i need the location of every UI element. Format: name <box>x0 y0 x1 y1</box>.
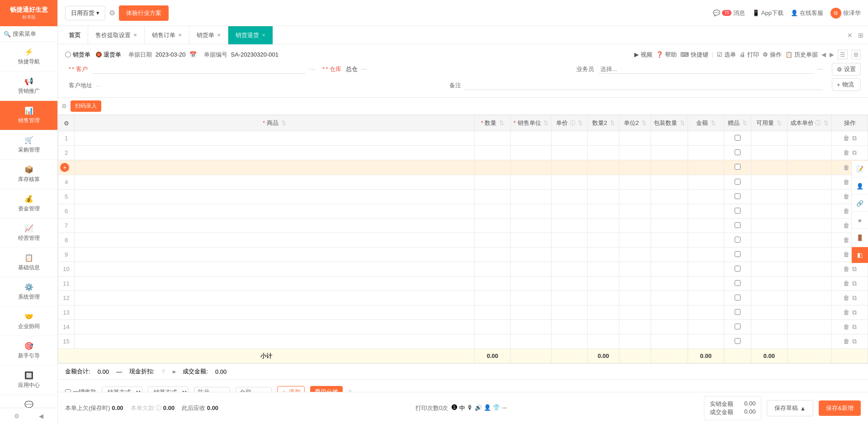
pack-qty-cell[interactable] <box>651 204 688 219</box>
gift-checkbox[interactable] <box>735 251 741 257</box>
gift-checkbox[interactable] <box>735 266 741 272</box>
amount-cell[interactable] <box>688 262 724 276</box>
message-btn[interactable]: 💬 70 消息 <box>713 9 745 17</box>
gift-checkbox[interactable] <box>735 149 741 155</box>
qty2-cell[interactable] <box>588 305 619 320</box>
cost-price-cell[interactable] <box>787 305 831 320</box>
gift-cell[interactable] <box>724 305 751 320</box>
gift-checkbox[interactable] <box>735 193 741 199</box>
available-cell[interactable] <box>751 276 787 291</box>
gift-cell[interactable] <box>724 276 751 291</box>
sort-icon[interactable]: ⇅ <box>610 119 615 126</box>
copy-row-icon[interactable]: ⧉ <box>852 338 857 345</box>
sidebar-item-inventory[interactable]: 📦 库存核算 <box>0 160 57 189</box>
pack-qty-cell[interactable] <box>651 219 688 233</box>
product-cell[interactable] <box>75 190 475 204</box>
radio-return-input[interactable] <box>96 52 102 57</box>
copy-row-icon[interactable]: ⧉ <box>852 323 857 331</box>
qty-cell[interactable] <box>474 291 510 305</box>
settings-btn[interactable]: ⚙ 设置 <box>832 63 861 76</box>
salesperson-input[interactable] <box>599 65 813 74</box>
amount-cell[interactable] <box>688 204 724 219</box>
delete-row-icon[interactable]: 🗑 <box>843 193 849 200</box>
product-cell[interactable] <box>75 291 475 305</box>
delete-row-icon[interactable]: 🗑 <box>843 309 849 316</box>
unit-cell[interactable] <box>510 276 551 291</box>
qty2-cell[interactable] <box>588 262 619 276</box>
account-select[interactable]: 结算方式 <box>148 386 189 392</box>
qty2-cell[interactable] <box>588 291 619 305</box>
float-note-icon[interactable]: 📝 <box>852 161 868 177</box>
float-door-icon[interactable]: 🚪 <box>852 230 868 246</box>
unit-cell[interactable] <box>510 248 551 262</box>
copy-row-icon[interactable]: ⧉ <box>852 280 857 287</box>
pack-qty-cell[interactable] <box>651 175 688 190</box>
gift-cell[interactable] <box>724 131 751 146</box>
sidebar-item-marketing[interactable]: 📢 营销推广 <box>0 71 57 101</box>
amount-cell[interactable] <box>688 305 724 320</box>
price-cell[interactable] <box>552 276 588 291</box>
unit-cell[interactable] <box>510 334 551 349</box>
expand-tabs-btn[interactable]: ⊞ <box>857 31 864 40</box>
qty-cell[interactable] <box>474 233 510 248</box>
sort-icon[interactable]: ⇅ <box>281 119 286 126</box>
price-cell[interactable] <box>552 334 588 349</box>
pack-qty-cell[interactable] <box>651 276 688 291</box>
tab-price-setting[interactable]: 售价提取设置 ✕ <box>88 26 145 44</box>
available-cell[interactable] <box>751 190 787 204</box>
delete-row-icon[interactable]: 🗑 <box>843 280 849 287</box>
available-cell[interactable] <box>751 248 787 262</box>
available-cell[interactable] <box>751 320 787 334</box>
float-link-icon[interactable]: 🔗 <box>852 195 868 212</box>
qty-cell[interactable] <box>474 248 510 262</box>
gift-checkbox[interactable] <box>735 222 741 228</box>
price-cell[interactable] <box>552 219 588 233</box>
remark-input[interactable] <box>465 81 823 90</box>
qty-cell[interactable] <box>474 305 510 320</box>
available-cell[interactable] <box>751 305 787 320</box>
industry-dropdown[interactable]: 日用百货 ▾ <box>65 6 105 20</box>
info-icon[interactable]: ⓘ <box>570 119 576 126</box>
product-cell[interactable] <box>75 160 475 175</box>
sort-icon[interactable]: ⇅ <box>711 119 716 126</box>
delete-row-icon[interactable]: 🗑 <box>843 294 849 302</box>
unit-cell[interactable] <box>510 160 551 175</box>
unit2-cell[interactable] <box>619 131 651 146</box>
qty2-cell[interactable] <box>588 190 619 204</box>
pack-qty-cell[interactable] <box>651 320 688 334</box>
delete-row-icon[interactable]: 🗑 <box>843 149 849 157</box>
qty-cell[interactable] <box>474 204 510 219</box>
warehouse-more-btn[interactable]: ··· <box>361 65 367 73</box>
amount-cell[interactable] <box>688 334 724 349</box>
product-cell[interactable] <box>75 175 475 190</box>
gift-checkbox[interactable] <box>735 280 741 286</box>
product-cell[interactable] <box>75 262 475 276</box>
available-cell[interactable] <box>751 146 787 160</box>
gift-checkbox[interactable] <box>735 295 741 300</box>
gift-cell[interactable] <box>724 262 751 276</box>
logistics-btn[interactable]: + 物流 <box>832 78 861 91</box>
radio-sales-input[interactable] <box>65 52 71 57</box>
qty-cell[interactable] <box>474 190 510 204</box>
product-cell[interactable] <box>75 248 475 262</box>
sidebar-item-app-center[interactable]: 🔲 应用中心 <box>0 366 57 395</box>
qty2-cell[interactable] <box>588 146 619 160</box>
product-cell[interactable] <box>75 146 475 160</box>
delete-row-icon[interactable]: 🗑 <box>843 164 849 172</box>
copy-row-icon[interactable]: ⧉ <box>852 134 857 142</box>
qty2-cell[interactable] <box>588 248 619 262</box>
qty2-cell[interactable] <box>588 320 619 334</box>
unit2-cell[interactable] <box>619 334 651 349</box>
search-menu[interactable]: 🔍 搜索菜单 <box>0 26 57 42</box>
amount-cell[interactable] <box>688 320 724 334</box>
sidebar-settings-icon[interactable]: ⚙ <box>14 413 19 419</box>
float-bookmark-icon[interactable]: ★ <box>852 213 868 229</box>
pack-qty-cell[interactable] <box>651 248 688 262</box>
cost-info-icon[interactable]: ⓘ <box>815 119 821 126</box>
pack-qty-cell[interactable] <box>651 160 688 175</box>
product-cell[interactable] <box>75 204 475 219</box>
available-cell[interactable] <box>751 160 787 175</box>
pack-qty-cell[interactable] <box>651 190 688 204</box>
qty2-cell[interactable] <box>588 219 619 233</box>
qty2-cell[interactable] <box>588 204 619 219</box>
